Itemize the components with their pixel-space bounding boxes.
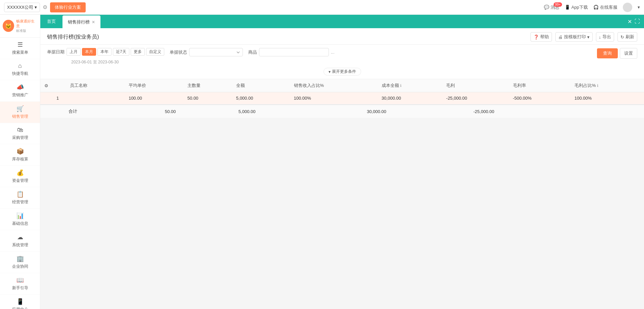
main-layout: 🐱 畅康通好生意 标准版 ☰ 搜索菜单 ⌂ 快捷导航 📣 营销推广 🛒 销售管理…: [0, 15, 644, 309]
app-center-icon: 📱: [16, 298, 24, 305]
expand-filters-button[interactable]: ▾ 展开更多条件: [324, 68, 361, 75]
settings-button[interactable]: 设置: [620, 48, 637, 59]
row-avg-price: 100.00: [125, 92, 183, 104]
date-btn-this-year[interactable]: 本年: [97, 48, 112, 56]
sidebar: 🐱 畅康通好生意 标准版 ☰ 搜索菜单 ⌂ 快捷导航 📣 营销推广 🛒 销售管理…: [0, 15, 40, 309]
chevron-down-icon: ▾: [35, 5, 37, 10]
page-content: 销售排行榜(按业务员) ❓ 帮助 🖨 按模板打印 ▾ ↓ 导出: [40, 28, 644, 309]
user-label: ▾: [638, 5, 640, 10]
help-button[interactable]: ❓ 帮助: [530, 32, 552, 42]
sales-icon: 🛒: [16, 105, 24, 112]
sidebar-item-purchase[interactable]: 🛍 采购管理: [0, 123, 40, 144]
table-body: 1 100.00 50.00 5,000.00 100.00% 30,000.0…: [40, 92, 644, 104]
col-amount: 全额: [232, 79, 290, 92]
logo: 🐱 畅康通好生意 标准版: [0, 15, 40, 38]
online-service-button[interactable]: 🎧 在线客服: [593, 4, 617, 10]
row-amount: 5,000.00: [232, 92, 290, 104]
print-label: 按模板打印: [564, 34, 586, 40]
logo-sub: 标准版: [16, 29, 37, 33]
footer-cost: 30,000.00: [363, 105, 469, 118]
print-button[interactable]: 🖨 按模板打印 ▾: [555, 32, 593, 42]
sidebar-item-app-center[interactable]: 📱 应用中心: [0, 295, 40, 309]
status-select[interactable]: [189, 48, 243, 56]
footer-gross: -25,000.00: [469, 105, 582, 118]
settings-icon[interactable]: ⚙: [43, 4, 47, 10]
row-sales-pct: 100.00%: [290, 92, 378, 104]
date-btn-7days[interactable]: 近7天: [113, 48, 129, 56]
sidebar-item-quick-nav[interactable]: ⌂ 快捷导航: [0, 59, 40, 80]
footer-gross-rate: [582, 105, 613, 118]
window-maximize-icon[interactable]: ⛶: [635, 18, 640, 24]
footer-sales-pct: [332, 105, 363, 118]
inventory-icon: 📦: [16, 148, 24, 155]
tab-sales-ranking[interactable]: 销售排行榜 ✕: [62, 15, 100, 29]
app-download-button[interactable]: 📱 App下载: [565, 4, 588, 10]
table-footer: 合计 50.00 5,000.00 30,000.00 -25,000.00: [40, 104, 644, 118]
sidebar-item-operations[interactable]: 📋 经营管理: [0, 187, 40, 209]
export-button[interactable]: ↓ 导出: [596, 32, 614, 42]
sidebar-label-search: 搜索菜单: [12, 50, 28, 55]
date-range-text: 2023-06-01 至 2023-06-30: [71, 60, 119, 64]
sidebar-item-inventory[interactable]: 📦 库存核算: [0, 144, 40, 166]
col-gross-pct: 毛利占比% ℹ: [570, 79, 644, 92]
enterprise-icon: 🏢: [16, 255, 24, 262]
col-avg-price: 平均单价: [125, 79, 183, 92]
avatar[interactable]: [623, 3, 632, 12]
expand-row: ▾ 展开更多条件: [47, 68, 637, 75]
trial-button[interactable]: 体验行业方案: [50, 2, 86, 12]
date-btn-last-month[interactable]: 上月: [67, 48, 81, 56]
date-buttons: 上月 本月 本年 近7天 更多 自定义: [67, 48, 164, 56]
row-gross: -25,000.00: [442, 92, 509, 104]
row-cost: 30,000.00: [378, 92, 442, 104]
refresh-button[interactable]: ↻ 刷新: [617, 32, 637, 42]
page-actions: ❓ 帮助 🖨 按模板打印 ▾ ↓ 导出 ↻ 刷新: [530, 32, 638, 42]
user-name[interactable]: ▾: [638, 5, 640, 10]
sidebar-label-quick-nav: 快捷导航: [12, 71, 28, 76]
page-title: 销售排行榜(按业务员): [47, 34, 99, 41]
goods-input[interactable]: [259, 48, 329, 56]
sidebar-item-enterprise[interactable]: 🏢 企业协同: [0, 252, 40, 273]
query-button[interactable]: 查询: [597, 48, 618, 58]
tab-close-icon[interactable]: ✕: [92, 20, 95, 24]
col-employee: 员工名称: [66, 79, 125, 92]
message-icon: 💬: [544, 5, 549, 10]
col-sales-pct: 销售收入占比%: [290, 79, 378, 92]
footer-settings-col: [40, 105, 51, 118]
date-btn-this-month[interactable]: 本月: [82, 48, 96, 56]
app-label: App下载: [571, 4, 588, 10]
sidebar-item-basic-info[interactable]: 📊 基础信息: [0, 209, 40, 230]
print-chevron-icon: ▾: [587, 35, 590, 40]
message-button[interactable]: 💬 消息 99+: [544, 4, 559, 10]
sidebar-item-system[interactable]: ☁ 系统管理: [0, 230, 40, 252]
guide-icon: 📖: [16, 276, 24, 284]
sidebar-label-enterprise: 企业协同: [12, 264, 28, 269]
filter-bar: 单据日期 上月 本月 本年 近7天 更多 自定义 单据状态: [40, 45, 644, 79]
table-header-row: ⚙ 员工名称 平均单价 主数量 全额 销售收入占比% 成本全额 ℹ 毛利: [40, 79, 644, 92]
date-btn-more[interactable]: 更多: [131, 48, 145, 56]
table-scroll: ⚙ 员工名称 平均单价 主数量 全额 销售收入占比% 成本全额 ℹ 毛利: [40, 79, 644, 104]
sidebar-item-guide[interactable]: 📖 新手引导: [0, 273, 40, 295]
tab-home[interactable]: 首页: [40, 15, 62, 28]
home-icon: ⌂: [18, 62, 22, 69]
sidebar-item-finance[interactable]: 💰 资金管理: [0, 166, 40, 187]
col-settings[interactable]: ⚙: [40, 79, 52, 92]
refresh-label: 刷新: [626, 34, 634, 40]
sidebar-label-inventory: 库存核算: [12, 156, 28, 162]
logo-animal-icon: 🐱: [5, 23, 12, 29]
date-filter-group: 单据日期 上月 本月 本年 近7天 更多 自定义: [47, 48, 164, 56]
data-table: ⚙ 员工名称 平均单价 主数量 全额 销售收入占比% 成本全额 ℹ 毛利: [40, 79, 644, 104]
table-wrapper: ⚙ 员工名称 平均单价 主数量 全额 销售收入占比% 成本全额 ℹ 毛利: [40, 79, 644, 118]
content-area: 首页 销售排行榜 ✕ ✕ ⛶ 销售排行榜(按业务员) ❓ 帮助: [40, 15, 644, 309]
date-filter-label: 单据日期: [47, 49, 65, 55]
row-settings: [40, 92, 52, 104]
company-selector[interactable]: XXXXXX公司 ▾: [4, 3, 40, 12]
tab-sales-ranking-label: 销售排行榜: [68, 19, 90, 25]
window-close-icon[interactable]: ✕: [628, 18, 632, 25]
goods-more-icon[interactable]: ...: [331, 50, 335, 55]
sidebar-item-sales[interactable]: 🛒 销售管理: [0, 102, 40, 123]
sidebar-item-marketing[interactable]: 📣 营销推广: [0, 80, 40, 102]
sidebar-item-search[interactable]: ☰ 搜索菜单: [0, 38, 40, 59]
marketing-icon: 📣: [16, 84, 24, 91]
row-gross-rate: -500.00%: [509, 92, 570, 104]
date-btn-custom[interactable]: 自定义: [146, 48, 164, 56]
